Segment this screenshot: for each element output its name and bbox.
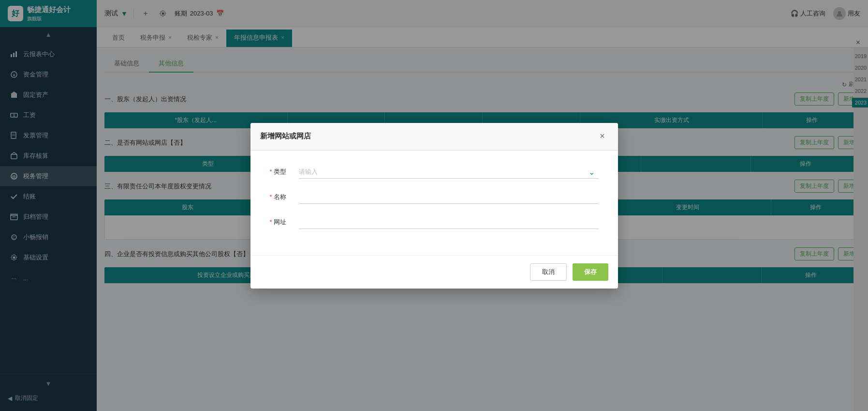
name-label: * 名称 — [270, 193, 299, 201]
url-input-wrap — [299, 215, 599, 229]
type-label-text: 类型 — [274, 168, 286, 175]
url-label: * 网址 — [270, 218, 299, 227]
name-label-text: 名称 — [274, 193, 286, 200]
type-input-wrap: ⌄ — [299, 165, 599, 179]
modal-title: 新增网站或网店 — [260, 132, 311, 141]
form-row-name: * 名称 — [270, 190, 599, 204]
modal-footer: 取消 保存 — [250, 255, 618, 289]
required-asterisk: * — [270, 218, 272, 226]
required-asterisk: * — [270, 193, 272, 200]
url-input[interactable] — [299, 215, 599, 229]
modal-overlay[interactable]: 新增网站或网店 × * 类型 ⌄ * 名称 — [0, 0, 868, 411]
required-asterisk: * — [270, 168, 272, 175]
type-label: * 类型 — [270, 167, 299, 176]
name-input-wrap — [299, 190, 599, 204]
modal-body: * 类型 ⌄ * 名称 * — [250, 151, 618, 255]
name-input[interactable] — [299, 190, 599, 204]
modal-close-button[interactable]: × — [597, 131, 608, 142]
type-input[interactable] — [299, 165, 599, 179]
cancel-button[interactable]: 取消 — [530, 263, 567, 281]
add-website-modal: 新增网站或网店 × * 类型 ⌄ * 名称 — [250, 123, 618, 289]
modal-header: 新增网站或网店 × — [250, 123, 618, 151]
form-row-url: * 网址 — [270, 215, 599, 229]
url-label-text: 网址 — [274, 218, 286, 226]
form-row-type: * 类型 ⌄ — [270, 165, 599, 179]
save-button[interactable]: 保存 — [573, 263, 608, 281]
